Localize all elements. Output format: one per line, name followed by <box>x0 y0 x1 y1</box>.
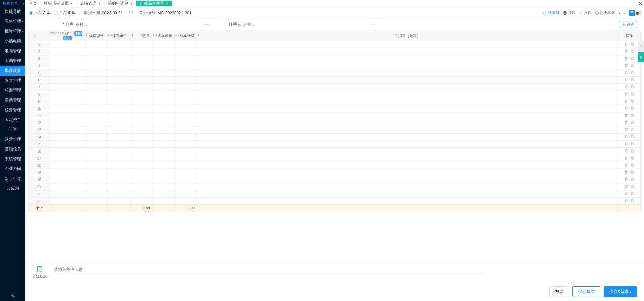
sidebar-item-3[interactable]: 小畅电商 <box>0 36 25 46</box>
delete-row-icon[interactable] <box>624 50 628 54</box>
delete-row-icon[interactable] <box>624 100 628 104</box>
table-row[interactable]: 8 <box>29 91 641 98</box>
table-row[interactable]: 22 <box>29 190 641 198</box>
shortcut-link[interactable]: 快捷键 <box>543 10 560 15</box>
sidebar-item-14[interactable]: 基础信息 <box>0 144 25 154</box>
delete-row-icon[interactable] <box>624 164 628 168</box>
handler-select[interactable] <box>243 22 372 27</box>
copy-row-icon[interactable] <box>630 93 635 97</box>
table-row[interactable]: 19 <box>29 169 641 176</box>
tab-2[interactable]: 店铺管理✕ <box>77 1 104 6</box>
table-row[interactable]: 15 <box>29 141 641 148</box>
print-link[interactable]: 打印 <box>563 10 575 15</box>
sidebar-item-2[interactable]: 批发管理▾ <box>0 26 25 36</box>
copy-row-icon[interactable] <box>630 100 635 104</box>
table-row[interactable]: 1 <box>29 41 641 48</box>
handler-more-icon[interactable]: ⋯ <box>372 22 376 27</box>
copy-row-icon[interactable] <box>630 71 635 75</box>
sidebar-item-16[interactable]: 企业协同 <box>0 164 25 174</box>
prev-doc-icon[interactable]: ◂ <box>618 11 620 15</box>
table-row[interactable]: 2 <box>29 48 641 55</box>
tab-0[interactable]: 首页 <box>25 1 41 6</box>
table-row[interactable]: 10 <box>29 105 641 112</box>
sidebar-item-5[interactable]: 采购管理 <box>0 56 25 66</box>
table-row[interactable]: 3 <box>29 55 641 62</box>
delete-row-icon[interactable] <box>624 64 628 68</box>
copy-row-icon[interactable] <box>630 171 635 175</box>
sidebar-item-4[interactable]: 电商管理 <box>0 46 25 56</box>
close-icon[interactable]: ✕ <box>98 2 101 5</box>
delete-row-icon[interactable] <box>624 178 628 182</box>
sidebar-item-7[interactable]: 资金管理 <box>0 76 25 85</box>
sidebar-item-10[interactable]: 税务管理 <box>0 105 25 115</box>
sidebar-item-9[interactable]: 发票管理 <box>0 95 25 105</box>
tab-4[interactable]: 产成品入库单✕ <box>136 1 172 6</box>
copy-row-icon[interactable] <box>630 78 635 82</box>
delete-row-icon[interactable] <box>624 107 628 111</box>
close-icon[interactable]: ✕ <box>166 2 169 5</box>
col-unit[interactable]: ▴▾*库存单位 <box>107 31 131 41</box>
table-row[interactable]: 16 <box>29 148 641 155</box>
rail-btn-1[interactable]: ⎘ <box>638 41 644 51</box>
copy-row-icon[interactable] <box>630 135 635 139</box>
sidebar-item-1[interactable]: 零售管理▾ <box>0 17 25 26</box>
delete-row-icon[interactable] <box>624 93 628 97</box>
delete-row-icon[interactable] <box>624 192 628 196</box>
copy-row-icon[interactable] <box>630 85 635 89</box>
delete-row-icon[interactable] <box>624 43 628 47</box>
delete-row-icon[interactable] <box>624 57 628 61</box>
view-list-icon[interactable]: ☰ <box>629 10 635 16</box>
delete-row-icon[interactable] <box>624 142 628 146</box>
delete-row-icon[interactable] <box>624 114 628 118</box>
table-row[interactable]: 12 <box>29 119 641 126</box>
delete-row-icon[interactable] <box>624 149 628 154</box>
copy-row-icon[interactable] <box>630 64 635 68</box>
col-available[interactable]: ▴▾可用量（包装） <box>197 31 618 41</box>
sidebar-item-17[interactable]: 新手引导 <box>0 174 25 184</box>
sidebar-item-15[interactable]: 系统管理 <box>0 154 25 164</box>
copy-row-icon[interactable] <box>630 114 635 118</box>
close-icon[interactable]: ✕ <box>130 2 133 5</box>
copy-row-icon[interactable] <box>630 192 635 196</box>
column-settings-button[interactable]: 设置 <box>619 21 637 28</box>
radio-0[interactable]: 产品入库 <box>29 10 51 16</box>
col-cost-amount[interactable]: ▴▾*成本金额 <box>175 31 197 41</box>
table-row[interactable]: 13 <box>29 126 641 134</box>
copy-row-icon[interactable] <box>630 50 635 54</box>
radio-1[interactable]: 产品退库 <box>54 10 76 16</box>
copy-row-icon[interactable] <box>630 178 635 182</box>
table-row[interactable]: 4 <box>29 62 641 69</box>
copy-row-icon[interactable] <box>630 121 635 125</box>
save-draft-button[interactable]: 保存草稿 <box>572 286 600 297</box>
history-link[interactable]: 历史单据 <box>595 10 615 15</box>
warehouse-more-icon[interactable]: ⋯ <box>204 22 209 27</box>
tab-3[interactable]: 采购申请单✕ <box>104 1 136 6</box>
sidebar-item-12[interactable]: 工资 <box>0 125 25 135</box>
rail-btn-2[interactable]: ⎘ <box>638 52 644 62</box>
operate-link[interactable]: 操作 <box>579 10 591 15</box>
settings-icon[interactable] <box>0 291 25 301</box>
warehouse-select[interactable] <box>76 22 204 27</box>
copy-row-icon[interactable] <box>630 185 635 189</box>
delete-row-icon[interactable] <box>624 71 628 75</box>
view-grid-icon[interactable]: ▦ <box>635 10 640 16</box>
table-row[interactable]: 5 <box>29 69 641 77</box>
copy-row-icon[interactable] <box>630 199 635 203</box>
col-qty[interactable]: ▴▾*数量 <box>131 31 152 41</box>
delete-row-icon[interactable] <box>624 157 628 161</box>
copy-row-icon[interactable] <box>630 164 635 168</box>
sidebar-item-0[interactable]: 快捷导航 <box>0 7 25 17</box>
table-row[interactable]: 23 <box>29 198 641 205</box>
delete-row-icon[interactable] <box>624 78 628 82</box>
delete-row-icon[interactable] <box>624 85 628 89</box>
col-config[interactable] <box>29 31 39 41</box>
copy-row-icon[interactable] <box>630 43 635 47</box>
delete-row-icon[interactable] <box>624 199 628 203</box>
tab-1[interactable]: 旺铺店铺设置✕ <box>41 1 77 6</box>
discard-button[interactable]: 放弃 <box>549 286 569 297</box>
sidebar-item-6[interactable]: 库存核算 <box>0 66 25 76</box>
close-icon[interactable]: ✕ <box>70 2 73 5</box>
col-spec[interactable]: ▴▾规格型号 <box>85 31 107 41</box>
save-and-new-button[interactable]: 保存&新增▴ <box>604 286 637 297</box>
table-row[interactable]: 7 <box>29 84 641 91</box>
